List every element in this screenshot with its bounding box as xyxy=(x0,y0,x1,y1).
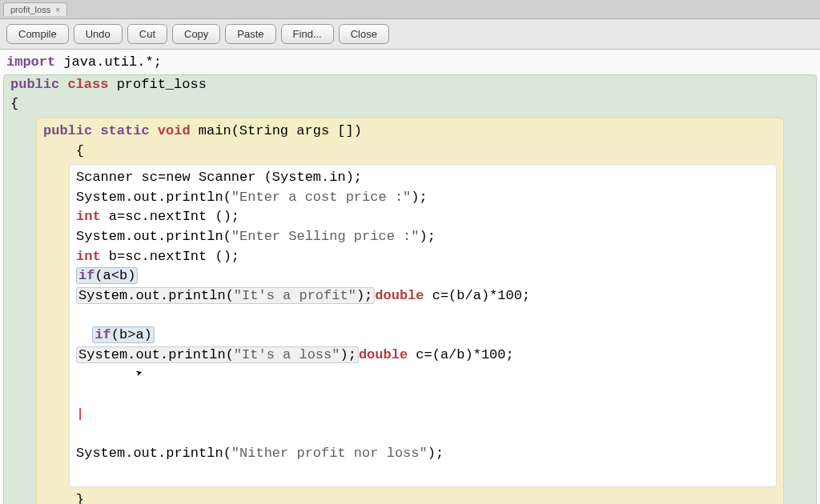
tab-label: profit_loss xyxy=(10,5,50,14)
close-icon[interactable]: × xyxy=(55,6,60,14)
class-block: public class profit_loss { public static… xyxy=(3,74,817,504)
code-line: { xyxy=(37,142,783,162)
toolbar: Compile Undo Cut Copy Paste Find... Clos… xyxy=(0,19,820,50)
code-line xyxy=(70,306,776,326)
code-line: System.out.println("It's a loss");double… xyxy=(70,346,776,366)
code-line: Scanner sc=new Scanner (System.in); xyxy=(70,168,776,188)
code-line xyxy=(70,385,776,405)
compile-button[interactable]: Compile xyxy=(6,24,69,44)
code-line: System.out.println("It's a profit");doub… xyxy=(70,286,776,306)
code-line: int b=sc.nextInt (); xyxy=(70,247,776,267)
method-block: public static void main(String args []) … xyxy=(36,118,784,504)
body-block: Scanner sc=new Scanner (System.in); Syst… xyxy=(69,164,777,487)
cut-button[interactable]: Cut xyxy=(127,24,167,44)
code-line xyxy=(70,425,776,445)
code-line: if(a<b) xyxy=(70,266,776,286)
code-editor[interactable]: import java.util.*; public class profit_… xyxy=(0,50,820,504)
tab-bar: profit_loss × xyxy=(0,0,820,19)
code-line: public static void main(String args []) xyxy=(37,122,783,142)
code-line xyxy=(70,366,776,386)
code-line: System.out.println("Enter a cost price :… xyxy=(70,188,776,208)
code-line: int a=sc.nextInt (); xyxy=(70,207,776,227)
code-line xyxy=(70,464,776,484)
code-line: } xyxy=(37,490,783,504)
code-line: System.out.println("Nither profit nor lo… xyxy=(70,444,776,464)
code-line: System.out.println("Enter Selling price … xyxy=(70,227,776,247)
close-button[interactable]: Close xyxy=(339,24,389,44)
paste-button[interactable]: Paste xyxy=(225,24,275,44)
code-line: public class profit_loss xyxy=(4,75,816,95)
caret-line: | xyxy=(70,405,776,425)
code-line: import java.util.*; xyxy=(0,53,820,73)
code-line: if(b>a) xyxy=(70,326,776,346)
undo-button[interactable]: Undo xyxy=(74,24,123,44)
copy-button[interactable]: Copy xyxy=(172,24,220,44)
find-button[interactable]: Find... xyxy=(281,24,334,44)
code-line: { xyxy=(4,94,816,114)
file-tab[interactable]: profit_loss × xyxy=(3,2,67,16)
